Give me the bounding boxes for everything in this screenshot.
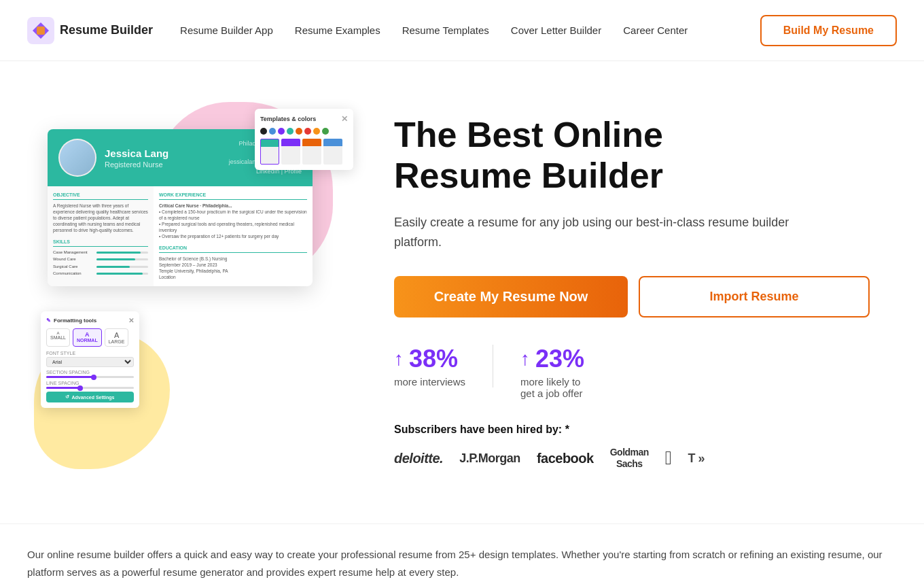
stat1-number: 38% [409,345,458,373]
svg-rect-1 [37,27,45,35]
font-size-normal-button[interactable]: A NORMAL [73,328,102,347]
advanced-settings-button[interactable]: ↺ Advanced Settings [46,392,134,402]
template-thumb-4[interactable] [323,139,342,165]
swatch-yellow[interactable] [313,128,320,135]
goldman-sachs-logo: Goldman Sachs [610,447,649,470]
line-spacing-track [46,387,134,389]
templates-panel-title: Templates & colors [260,116,316,122]
nav-resume-examples[interactable]: Resume Examples [295,24,380,36]
resume-avatar [58,139,96,177]
format-icon: ✎ [46,317,51,324]
import-resume-button[interactable]: Import Resume [639,276,870,317]
section-spacing-track [46,376,134,378]
hero-title: The Best Online Resume Builder [394,115,870,196]
facebook-logo: facebook [537,451,594,466]
nav-resume-builder-app[interactable]: Resume Builder App [180,24,273,36]
company-logos-row: deloitte. J.P.Morgan facebook Goldman Sa… [394,447,870,470]
stats-row: ↑ 38% more interviews ↑ 23% more likely … [394,345,870,399]
hero-section: Templates & colors ✕ [0,61,924,523]
stat2-arrow-icon: ↑ [520,348,530,370]
logo-icon [27,17,54,44]
stat1-arrow-icon: ↑ [394,348,404,370]
swatch-teal[interactable] [287,128,294,135]
formatting-tools-title: Formatting tools [54,317,96,324]
nav-career-center[interactable]: Career Center [623,24,688,36]
color-swatches [260,128,348,135]
nav-resume-templates[interactable]: Resume Templates [402,24,489,36]
swatch-black[interactable] [260,128,267,135]
resume-name-block: Jessica Lang Registered Nurse [105,148,221,169]
font-size-controls: A SMALL A NORMAL A LARGE [46,328,134,347]
stat-interviews: ↑ 38% more interviews [394,345,493,388]
bottom-description: Our online resume builder offers a quick… [0,523,924,584]
swatch-green[interactable] [322,128,329,135]
create-resume-button[interactable]: Create My Resume Now [394,276,628,317]
templates-colors-panel: Templates & colors ✕ [255,109,353,170]
line-spacing-thumb[interactable] [77,385,83,391]
section-spacing-thumb[interactable] [91,375,96,380]
template-thumb-1[interactable] [260,139,279,165]
deloitte-logo: deloitte. [394,451,443,466]
swatch-blue[interactable] [269,128,276,135]
hired-by-title: Subscribers have been hired by: * [394,424,870,436]
nav-build-resume-button[interactable]: Build My Resume [760,15,897,46]
resume-body: Objective A Registered Nurse with three … [48,186,313,286]
font-style-row: FONT STYLE Arial Times New Roman [46,351,134,367]
logo-link[interactable]: Resume Builder [27,17,153,44]
close-format-icon[interactable]: ✕ [128,317,134,324]
swatch-red[interactable] [304,128,311,135]
stat1-description: more interviews [394,376,465,388]
close-icon[interactable]: ✕ [341,114,348,124]
swatch-orange[interactable] [296,128,302,135]
template-thumb-2[interactable] [281,139,300,165]
font-size-large-button[interactable]: A LARGE [105,328,129,347]
hero-right: The Best Online Resume Builder Easily cr… [353,115,897,470]
hired-by-section: Subscribers have been hired by: * deloit… [394,424,870,470]
line-spacing-row: LINE SPACING [46,381,134,389]
nav-cover-letter-builder[interactable]: Cover Letter Builder [511,24,601,36]
stat-job-offer: ↑ 23% more likely to get a job offer [520,345,611,399]
resume-right-column: Work Experience Critical Care Nurse · Ph… [154,186,313,286]
template-thumbnails [260,139,348,165]
nav-links: Resume Builder App Resume Examples Resum… [180,24,760,37]
template-thumb-3[interactable] [302,139,321,165]
apple-logo:  [665,447,672,469]
font-size-small-button[interactable]: A SMALL [46,328,70,347]
navbar: Resume Builder Resume Builder App Resume… [0,0,924,61]
resume-left-column: Objective A Registered Nurse with three … [48,186,154,286]
resume-job-title: Registered Nurse [105,160,221,169]
t-mobile-logo: T » [688,451,705,466]
reset-icon: ↺ [65,394,69,400]
formatting-tools-panel: ✎ Formatting tools ✕ A SMALL A NORMAL A … [41,311,139,408]
section-spacing-row: SECTION SPACING [46,370,134,378]
font-style-select[interactable]: Arial Times New Roman [46,357,134,367]
logo-text: Resume Builder [60,23,153,37]
stat2-description: more likely to get a job offer [520,376,584,399]
hero-cta-buttons: Create My Resume Now Import Resume [394,276,870,317]
avatar-image [60,140,95,175]
resume-name: Jessica Lang [105,148,221,159]
swatch-purple[interactable] [278,128,285,135]
hero-left: Templates & colors ✕ [27,95,353,489]
jpmorgan-logo: J.P.Morgan [459,451,520,466]
hero-subtitle: Easily create a resume for any job using… [394,213,829,252]
stat2-number: 23% [535,345,584,373]
